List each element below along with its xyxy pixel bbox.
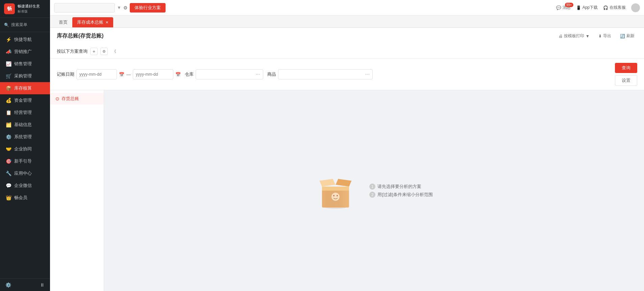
weixin-label: 企业微信 xyxy=(14,183,32,189)
empty-state: 1 请先选择要分析的方案 2 用[过滤]条件来缩小分析范围 xyxy=(104,90,644,291)
page-title-row: 库存总账(存货总账) 🖨 按模板打印 ▼ ⬇ 导出 🔄 刷新 xyxy=(57,32,637,40)
xinshou-label: 新手引导 xyxy=(14,158,32,164)
sidebar-item-kucun[interactable]: 📦 库存核算 xyxy=(0,82,50,94)
page-title: 库存总账(存货总账) xyxy=(57,32,104,40)
filter-row: 按以下方案查询 + ⚙ 《 xyxy=(57,44,637,58)
sidebar-item-caigou[interactable]: 🛒 采购管理 xyxy=(0,70,50,82)
scheme-item-cunhuo[interactable]: ⊙ 存货总账 xyxy=(50,93,104,104)
date-label: 记账日期 xyxy=(57,71,74,77)
sidebar-item-yingyong[interactable]: 🔧 应用中心 xyxy=(0,167,50,179)
message-btn[interactable]: 💬 消息 99+ xyxy=(556,5,571,10)
search-icon: 🔍 xyxy=(4,23,9,27)
settings-gear-icon[interactable]: ⚙ xyxy=(123,5,128,10)
product-more-icon[interactable]: ··· xyxy=(365,71,370,77)
message-badge: 99+ xyxy=(565,3,573,7)
sidebar-item-jichu[interactable]: 🗂️ 基础信息 xyxy=(0,119,50,131)
xiaoshou-label: 销售管理 xyxy=(14,61,32,67)
zijin-label: 资金管理 xyxy=(14,97,32,103)
jichu-label: 基础信息 xyxy=(14,122,32,128)
query-btn[interactable]: 查询 xyxy=(615,63,637,73)
hint2-text: 用[过滤]条件来缩小分析范围 xyxy=(377,192,432,198)
scheme-icon: ⊙ xyxy=(55,96,59,101)
sidebar-item-xiaoshou[interactable]: 📈 销售管理 xyxy=(0,58,50,70)
hint-1: 1 请先选择要分析的方案 xyxy=(369,184,432,190)
topbar: ▼ ⚙ 体验行业方案 💬 消息 99+ 📱 App下载 🎧 在线客服 xyxy=(50,0,644,16)
product-filter-group: 商品 ··· xyxy=(267,69,373,79)
refresh-btn[interactable]: 🔄 刷新 xyxy=(617,32,637,40)
filter-settings-btn[interactable]: ⚙ xyxy=(100,48,108,55)
page-actions: 🖨 按模板打印 ▼ ⬇ 导出 🔄 刷新 xyxy=(556,32,637,40)
topbar-search-input[interactable] xyxy=(54,3,115,13)
tabbar: 首页 库存成本总账 ✕ xyxy=(50,16,644,28)
collapse-icon[interactable]: ⏸ xyxy=(40,282,45,288)
kuaijie-label: 快捷导航 xyxy=(14,37,32,43)
logo-icon: 畅 xyxy=(4,3,15,14)
page-header: 库存总账(存货总账) 🖨 按模板打印 ▼ ⬇ 导出 🔄 刷新 xyxy=(50,28,644,59)
product-label: 商品 xyxy=(267,71,276,77)
sidebar-item-xinshou[interactable]: 🎯 新手引导 xyxy=(0,155,50,167)
print-chevron-icon[interactable]: ▼ xyxy=(586,34,590,39)
filter-label: 按以下方案查询 xyxy=(57,48,88,54)
settings-icon[interactable]: ⚙️ xyxy=(5,282,11,288)
warehouse-select[interactable]: ··· xyxy=(196,69,263,79)
xinshou-icon: 🎯 xyxy=(5,159,11,164)
xitong-icon: ⚙️ xyxy=(5,134,11,140)
sidebar-search-area[interactable]: 🔍 搜索菜单 xyxy=(0,18,50,32)
sidebar-item-qiye[interactable]: 🤝 企业协同 xyxy=(0,143,50,155)
yingyong-label: 应用中心 xyxy=(14,170,32,176)
hint1-text: 请先选择要分析的方案 xyxy=(377,184,421,190)
sidebar-item-weixin[interactable]: 💬 企业微信 xyxy=(0,179,50,192)
industry-btn[interactable]: 体验行业方案 xyxy=(130,3,166,13)
date-end-input[interactable] xyxy=(133,69,173,79)
sidebar-item-huiyuan[interactable]: 👑 畅会员 xyxy=(0,192,50,204)
empty-illustration xyxy=(315,170,356,211)
sidebar-item-yingxiao[interactable]: 📣 营销推广 xyxy=(0,46,50,58)
weixin-icon: 💬 xyxy=(5,183,11,188)
calendar-start-icon[interactable]: 📅 xyxy=(119,72,124,77)
product-select[interactable]: ··· xyxy=(278,69,373,79)
warehouse-more-icon[interactable]: ··· xyxy=(256,71,260,77)
filter-add-btn[interactable]: + xyxy=(90,48,98,55)
kucun-label: 库存核算 xyxy=(14,85,32,91)
logo-text-block: 畅捷通好生意 标准版 xyxy=(18,4,40,14)
svg-point-7 xyxy=(333,195,335,196)
empty-hints: 1 请先选择要分析的方案 2 用[过滤]条件来缩小分析范围 xyxy=(369,181,432,200)
step2-icon: 2 xyxy=(369,192,375,198)
sidebar-footer: ⚙️ ⏸ xyxy=(0,278,50,291)
tab-home-label: 首页 xyxy=(59,19,68,25)
phone-icon: 📱 xyxy=(576,5,581,10)
scheme-label: 存货总账 xyxy=(61,96,79,102)
online-service-btn[interactable]: 🎧 在线客服 xyxy=(603,5,626,10)
sidebar-nav: ⚡ 快捷导航 📣 营销推广 📈 销售管理 🛒 采购管理 📦 库存核算 💰 资金管… xyxy=(0,32,50,278)
step1-icon: 1 xyxy=(369,184,375,190)
sidebar-item-kuaijie[interactable]: ⚡ 快捷导航 xyxy=(0,33,50,46)
filter-collapse-btn[interactable]: 《 xyxy=(110,48,118,55)
main-area: ▼ ⚙ 体验行业方案 💬 消息 99+ 📱 App下载 🎧 在线客服 首页 xyxy=(50,0,644,291)
tab-kucun-zhangmu[interactable]: 库存成本总账 ✕ xyxy=(72,17,113,27)
export-btn[interactable]: ⬇ 导出 xyxy=(596,32,614,40)
chevron-down-icon[interactable]: ▼ xyxy=(117,5,121,10)
export-label: 导出 xyxy=(603,33,611,39)
svg-marker-4 xyxy=(320,179,336,187)
sidebar-item-zijin[interactable]: 💰 资金管理 xyxy=(0,94,50,106)
svg-point-6 xyxy=(331,193,340,201)
sidebar-item-xitong[interactable]: ⚙️ 系统管理 xyxy=(0,131,50,143)
xiaoshou-icon: 📈 xyxy=(5,61,11,67)
tab-close-icon[interactable]: ✕ xyxy=(105,20,108,25)
search-menu-btn[interactable]: 🔍 搜索菜单 xyxy=(4,21,46,29)
user-avatar[interactable] xyxy=(631,3,640,12)
export-icon: ⬇ xyxy=(598,34,602,39)
date-start-input[interactable] xyxy=(76,69,117,79)
tab-home[interactable]: 首页 xyxy=(54,17,72,27)
app-download-btn[interactable]: 📱 App下载 xyxy=(576,5,598,10)
jingying-label: 经营管理 xyxy=(14,110,32,116)
filter-section: 记账日期 📅 — 📅 仓库 ··· 商品 ··· xyxy=(50,59,644,90)
print-icon: 🖨 xyxy=(559,34,563,39)
date-filter-group: 记账日期 📅 — 📅 xyxy=(57,69,181,79)
print-btn[interactable]: 🖨 按模板打印 ▼ xyxy=(556,32,592,40)
settings-btn[interactable]: 设置 xyxy=(615,75,637,86)
sidebar-item-jingying[interactable]: 📋 经营管理 xyxy=(0,106,50,119)
app-badge: 标准版 xyxy=(18,9,40,14)
calendar-end-icon[interactable]: 📅 xyxy=(175,72,181,77)
box-svg xyxy=(315,170,356,211)
